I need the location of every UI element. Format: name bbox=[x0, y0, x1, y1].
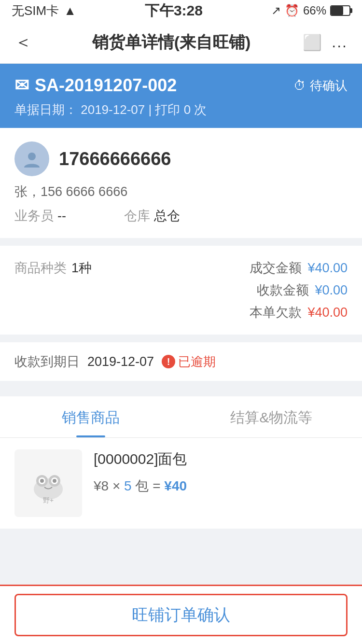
amount-row: 成交金额 ¥40.00 bbox=[250, 259, 348, 277]
carrier-text: 无SIM卡 bbox=[12, 2, 59, 19]
order-print-label: | 打印 bbox=[148, 102, 180, 117]
amount-label: 成交金额 bbox=[250, 259, 302, 277]
confirm-order-button[interactable]: 旺铺订单确认 bbox=[14, 594, 348, 636]
due-date-section: 收款到期日 2019-12-07 ! 已逾期 bbox=[0, 342, 362, 381]
product-unit: 包 bbox=[135, 478, 149, 493]
warehouse-value: 总仓 bbox=[154, 207, 180, 224]
product-qty: 5 bbox=[124, 478, 132, 493]
overdue-badge: ! 已逾期 bbox=[162, 353, 216, 370]
product-image: 野+ bbox=[14, 449, 82, 517]
order-icon: ✉ bbox=[14, 75, 29, 96]
payment-label: 收款金额 bbox=[257, 281, 309, 299]
battery-fill bbox=[331, 6, 343, 15]
arrears-row: 本单欠款 ¥40.00 bbox=[250, 304, 348, 321]
back-button[interactable]: ＜ bbox=[14, 30, 43, 54]
order-print-suffix: 次 bbox=[194, 102, 207, 117]
customer-name: 张，156 6666 6666 bbox=[14, 183, 348, 200]
product-type-label: 商品种类 bbox=[14, 259, 67, 277]
bottom-bar: 旺铺订单确认 bbox=[0, 585, 362, 644]
customer-top: 17666666666 bbox=[14, 141, 348, 176]
arrears-value: ¥40.00 bbox=[307, 305, 348, 320]
amount-value: ¥40.00 bbox=[307, 261, 348, 276]
salesperson-item: 业务员 -- bbox=[14, 207, 66, 224]
product-price: ¥8 bbox=[94, 478, 109, 493]
battery-icon bbox=[330, 5, 350, 16]
order-date-value: 2019-12-07 bbox=[81, 102, 145, 117]
tabs-section: 销售商品 结算&物流等 野+ [0000002]面包 ¥8 bbox=[0, 396, 362, 529]
warehouse-item: 仓库 总仓 bbox=[124, 207, 180, 224]
order-status: ⏱ 待确认 bbox=[293, 77, 348, 94]
order-id: ✉ SA-20191207-002 bbox=[14, 75, 177, 96]
tab-sales-product[interactable]: 销售商品 bbox=[0, 396, 181, 437]
nav-right-actions: ⬜ ... bbox=[299, 33, 348, 52]
svg-point-0 bbox=[28, 153, 36, 160]
share-icon[interactable]: ⬜ bbox=[303, 33, 322, 52]
svg-point-6 bbox=[40, 479, 44, 483]
svg-point-7 bbox=[53, 479, 56, 483]
order-date-row: 单据日期： 2019-12-07 | 打印 0 次 bbox=[14, 101, 348, 118]
avatar bbox=[14, 141, 49, 176]
status-bar-left: 无SIM卡 ▲ bbox=[12, 2, 76, 19]
battery-text: 66% bbox=[303, 4, 326, 17]
order-status-text: 待确认 bbox=[310, 77, 348, 94]
customer-meta: 业务员 -- 仓库 总仓 bbox=[14, 207, 348, 224]
product-price-row: ¥8 × 5 包 = ¥40 bbox=[94, 477, 348, 495]
summary-section: 商品种类 1种 成交金额 ¥40.00 收款金额 ¥0.00 本单欠款 ¥40.… bbox=[0, 246, 362, 335]
product-equals: = bbox=[153, 478, 164, 493]
product-name: [0000002]面包 bbox=[94, 449, 348, 469]
product-type-item: 商品种类 1种 bbox=[14, 259, 92, 277]
product-item: 野+ [0000002]面包 ¥8 × 5 包 = ¥40 bbox=[0, 438, 362, 529]
customer-phone: 17666666666 bbox=[59, 149, 171, 169]
order-print-count: 0 bbox=[184, 102, 191, 117]
warehouse-label: 仓库 bbox=[124, 207, 150, 224]
salesperson-value: -- bbox=[57, 209, 66, 224]
product-type-value: 1种 bbox=[71, 259, 92, 277]
salesperson-label: 业务员 bbox=[14, 207, 54, 224]
due-date-value: 2019-12-07 bbox=[87, 354, 154, 369]
svg-text:野+: 野+ bbox=[43, 496, 54, 504]
more-icon[interactable]: ... bbox=[332, 33, 348, 51]
order-id-text: SA-20191207-002 bbox=[35, 75, 177, 96]
status-bar-time: 下午3:28 bbox=[145, 1, 203, 21]
order-date-label: 单据日期： bbox=[14, 102, 77, 117]
tab-sales-product-label: 销售商品 bbox=[62, 409, 120, 425]
status-bar: 无SIM卡 ▲ 下午3:28 ↗ ⏰ 66% bbox=[0, 0, 362, 21]
product-multiply: × bbox=[112, 478, 124, 493]
product-info: [0000002]面包 ¥8 × 5 包 = ¥40 bbox=[94, 449, 348, 495]
status-bar-right: ↗ ⏰ 66% bbox=[271, 4, 350, 17]
summary-left: 商品种类 1种 bbox=[14, 259, 92, 277]
overdue-icon: ! bbox=[162, 355, 175, 368]
alarm-icon: ⏰ bbox=[285, 4, 299, 17]
order-header-top: ✉ SA-20191207-002 ⏱ 待确认 bbox=[14, 75, 348, 96]
product-total: ¥40 bbox=[164, 478, 187, 493]
order-header: ✉ SA-20191207-002 ⏱ 待确认 单据日期： 2019-12-07… bbox=[0, 64, 362, 128]
status-clock-icon: ⏱ bbox=[293, 78, 306, 93]
tab-settlement[interactable]: 结算&物流等 bbox=[181, 396, 362, 437]
wifi-icon: ▲ bbox=[64, 3, 76, 18]
nav-bar: ＜ 销货单详情(来自旺铺) ⬜ ... bbox=[0, 21, 362, 64]
location-icon: ↗ bbox=[271, 4, 281, 17]
section-separator bbox=[0, 389, 362, 396]
due-date-label: 收款到期日 bbox=[14, 353, 80, 370]
tabs-header: 销售商品 结算&物流等 bbox=[0, 396, 362, 438]
tab-settlement-label: 结算&物流等 bbox=[230, 409, 312, 425]
payment-row: 收款金额 ¥0.00 bbox=[257, 281, 348, 299]
arrears-label: 本单欠款 bbox=[250, 304, 302, 321]
page-title: 销货单详情(来自旺铺) bbox=[43, 31, 299, 54]
overdue-text: 已逾期 bbox=[178, 353, 216, 370]
payment-value: ¥0.00 bbox=[315, 283, 348, 298]
customer-section: 17666666666 张，156 6666 6666 业务员 -- 仓库 总仓 bbox=[0, 128, 362, 238]
summary-right: 成交金额 ¥40.00 收款金额 ¥0.00 本单欠款 ¥40.00 bbox=[250, 259, 348, 321]
